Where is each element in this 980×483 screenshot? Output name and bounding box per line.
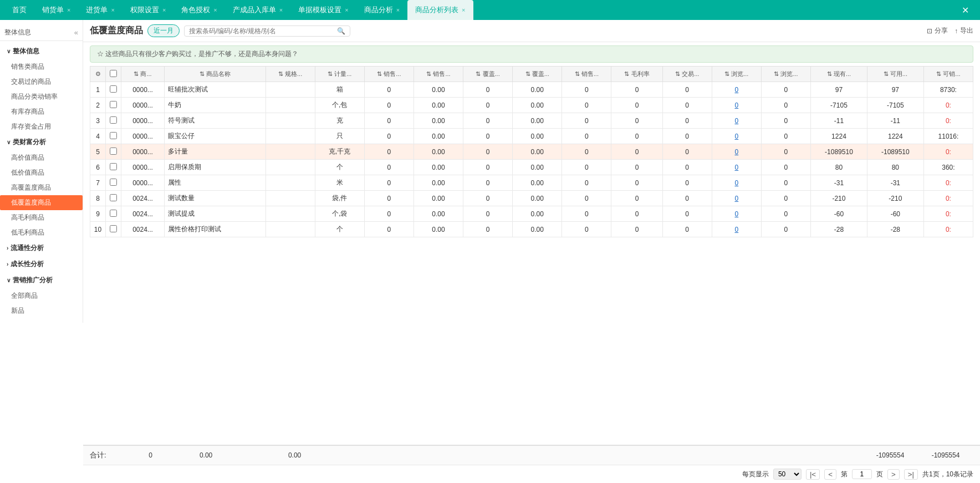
col-settings[interactable]: ⚙ — [90, 67, 106, 82]
first-page-button[interactable]: |< — [806, 469, 820, 480]
col-name[interactable]: ⇅ 商品名称 — [164, 67, 266, 82]
settings-icon[interactable]: ⚙ — [95, 70, 101, 77]
col-current-stock[interactable]: ⇅ 现有... — [811, 67, 867, 82]
search-icon[interactable]: 🔍 — [337, 27, 345, 35]
nav-tab-roles[interactable]: 角色授权 × — [173, 0, 224, 20]
row-checkbox[interactable] — [110, 116, 117, 124]
sidebar-item-low-coverage[interactable]: 低覆盖度商品 — [0, 195, 83, 210]
nav-tab-purchase[interactable]: 进货单 × — [78, 0, 122, 20]
sidebar-section-liquidity[interactable]: › 流通性分析 — [0, 240, 83, 256]
cell-checkbox[interactable] — [106, 175, 121, 191]
last-page-button[interactable]: >| — [904, 469, 918, 480]
chevron-down-icon: ∨ — [7, 277, 11, 283]
close-icon[interactable]: × — [279, 7, 283, 13]
cell-browse1[interactable]: 0 — [712, 129, 761, 144]
col-available-stock[interactable]: ⇅ 可用... — [867, 67, 923, 82]
cell-browse1[interactable]: 0 — [712, 191, 761, 206]
sidebar-section-wealth[interactable]: ∨ 类财富分析 — [0, 134, 83, 150]
row-checkbox[interactable] — [110, 101, 117, 108]
sidebar-item-stock-goods[interactable]: 有库存商品 — [0, 104, 83, 119]
prev-page-button[interactable]: < — [824, 469, 836, 480]
nav-tab-home[interactable]: 首页 — [4, 0, 34, 20]
sidebar-section-growth[interactable]: › 成长性分析 — [0, 256, 83, 272]
search-input[interactable] — [189, 27, 335, 35]
row-checkbox[interactable] — [110, 85, 117, 93]
cell-checkbox[interactable] — [106, 222, 121, 237]
cell-checkbox[interactable] — [106, 129, 121, 144]
window-close-button[interactable]: ✕ — [955, 5, 976, 16]
col-saleable[interactable]: ⇅ 可销... — [923, 67, 973, 82]
row-checkbox[interactable] — [110, 210, 117, 217]
col-gross-margin[interactable]: ⇅ 毛利率 — [611, 67, 662, 82]
cell-browse1[interactable]: 0 — [712, 222, 761, 237]
date-filter-button[interactable]: 近一月 — [147, 24, 180, 37]
close-icon[interactable]: × — [162, 7, 166, 13]
export-button[interactable]: ↑ 导出 — [955, 26, 973, 35]
cell-browse1[interactable]: 0 — [712, 82, 761, 98]
close-icon[interactable]: × — [111, 7, 114, 13]
close-icon[interactable]: × — [67, 7, 70, 13]
col-sales-extra[interactable]: ⇅ 销售... — [562, 67, 611, 82]
cell-checkbox[interactable] — [106, 144, 121, 160]
sidebar-item-all-goods[interactable]: 全部商品 — [0, 288, 83, 303]
per-page-select[interactable]: 50 20 100 200 — [773, 469, 802, 480]
col-unit[interactable]: ⇅ 计量... — [315, 67, 364, 82]
sidebar-collapse-btn[interactable]: « — [74, 28, 78, 37]
sidebar-item-new-goods[interactable]: 新品 — [0, 303, 83, 318]
close-icon[interactable]: × — [345, 7, 348, 13]
nav-tab-permissions[interactable]: 权限设置 × — [122, 0, 173, 20]
cell-browse1[interactable]: 0 — [712, 144, 761, 160]
close-icon[interactable]: × — [462, 7, 465, 13]
nav-tab-product-analysis[interactable]: 商品分析 × — [356, 0, 407, 20]
sidebar-item-high-value[interactable]: 高价值商品 — [0, 150, 83, 165]
sidebar-section-overall[interactable]: ∨ 整体信息 — [0, 43, 83, 59]
cell-browse1[interactable]: 0 — [712, 113, 761, 129]
nav-tab-template[interactable]: 单据模板设置 × — [290, 0, 356, 20]
nav-tab-finished[interactable]: 产成品入库单 × — [225, 0, 290, 20]
sidebar-item-stock-capital[interactable]: 库存资金占用 — [0, 119, 83, 134]
nav-tab-sales[interactable]: 销货单 × — [34, 0, 78, 20]
row-checkbox[interactable] — [110, 179, 117, 186]
sidebar-section-marketing[interactable]: ∨ 营销推广分析 — [0, 272, 83, 288]
sidebar-item-high-coverage[interactable]: 高覆盖度商品 — [0, 180, 83, 195]
cell-browse1[interactable]: 0 — [712, 206, 761, 222]
row-checkbox[interactable] — [110, 194, 117, 201]
page-number-input[interactable] — [852, 469, 872, 479]
col-transaction[interactable]: ⇅ 交易... — [662, 67, 712, 82]
cell-unit: 袋,件 — [315, 191, 364, 206]
next-page-button[interactable]: > — [887, 469, 900, 480]
share-button[interactable]: ⊡ 分享 — [927, 26, 948, 35]
cell-checkbox[interactable] — [106, 98, 121, 113]
col-sales-amount[interactable]: ⇅ 销售... — [414, 67, 463, 82]
col-browse2[interactable]: ⇅ 浏览... — [761, 67, 810, 82]
cell-checkbox[interactable] — [106, 191, 121, 206]
col-coverage2[interactable]: ⇅ 覆盖... — [513, 67, 562, 82]
sidebar-item-low-value[interactable]: 低价值商品 — [0, 165, 83, 180]
cell-checkbox[interactable] — [106, 160, 121, 175]
col-spec[interactable]: ⇅ 规格... — [266, 67, 315, 82]
cell-browse1[interactable]: 0 — [712, 175, 761, 191]
col-coverage1[interactable]: ⇅ 覆盖... — [463, 67, 513, 82]
col-sales-qty[interactable]: ⇅ 销售... — [364, 67, 414, 82]
cell-checkbox[interactable] — [106, 113, 121, 129]
nav-tab-product-analysis-list[interactable]: 商品分析列表 × — [407, 0, 473, 20]
close-icon[interactable]: × — [213, 7, 217, 13]
cell-checkbox[interactable] — [106, 82, 121, 98]
close-icon[interactable]: × — [396, 7, 400, 13]
select-all-checkbox[interactable] — [110, 70, 117, 77]
row-checkbox[interactable] — [110, 132, 117, 139]
row-checkbox[interactable] — [110, 225, 117, 232]
row-checkbox[interactable] — [110, 148, 117, 155]
sidebar-item-high-margin[interactable]: 高毛利商品 — [0, 210, 83, 225]
cell-browse1[interactable]: 0 — [712, 98, 761, 113]
sidebar-item-sales-goods[interactable]: 销售类商品 — [0, 59, 83, 74]
row-checkbox[interactable] — [110, 163, 117, 170]
col-code[interactable]: ⇅ 商... — [121, 67, 165, 82]
sidebar-item-traded-goods[interactable]: 交易过的商品 — [0, 74, 83, 89]
sidebar-item-category-rate[interactable]: 商品分类动销率 — [0, 89, 83, 104]
sidebar-item-low-margin[interactable]: 低毛利商品 — [0, 225, 83, 240]
col-checkbox[interactable] — [106, 67, 121, 82]
cell-browse1[interactable]: 0 — [712, 160, 761, 175]
col-browse1[interactable]: ⇅ 浏览... — [712, 67, 761, 82]
cell-checkbox[interactable] — [106, 206, 121, 222]
